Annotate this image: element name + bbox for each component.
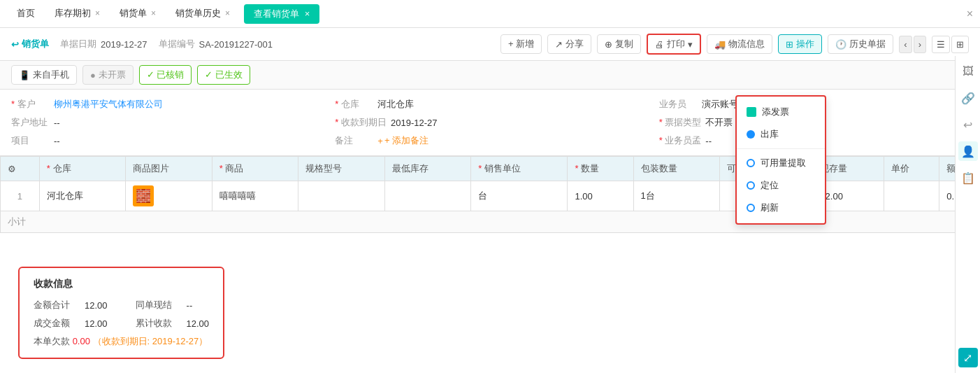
- outbound-label: 出库: [761, 128, 779, 141]
- print-btn[interactable]: 🖨 打印 ▾: [647, 34, 701, 55]
- sidebar-user-icon[interactable]: 👤: [958, 141, 978, 161]
- logistics-btn-label: 物流信息: [728, 38, 765, 50]
- dropdown-outbound[interactable]: 出库: [737, 123, 825, 146]
- col-package-qty: 包装数量: [633, 157, 719, 181]
- view-sales-order-btn[interactable]: 查看销货单 ×: [244, 4, 319, 24]
- col-spec: 规格型号: [298, 157, 384, 181]
- same-order-settle-value: --: [187, 300, 193, 311]
- not-open-ticket-btn[interactable]: ● 未开票: [82, 65, 134, 85]
- tab-inventory-init[interactable]: 库存期初 ×: [45, 0, 110, 28]
- confirmed-label: 已核销: [157, 69, 184, 80]
- confirmed-badge[interactable]: ✓ 已核销: [139, 65, 192, 85]
- tab-sales-history-close[interactable]: ×: [225, 8, 230, 18]
- dropdown-add-invoice[interactable]: 添发票: [737, 101, 825, 123]
- list-view-btn[interactable]: ☰: [932, 36, 950, 53]
- number-value: SA-20191227-001: [199, 39, 273, 50]
- doc-title-text: 销货单: [22, 38, 49, 50]
- effective-check-icon: ✓: [205, 69, 215, 80]
- share-btn[interactable]: ↗ 分享: [547, 34, 591, 54]
- payment-date-label: 收款到期日: [335, 116, 387, 129]
- staff-value: 演示账号: [702, 98, 738, 111]
- add-note-btn[interactable]: + + 添加备注: [377, 134, 428, 147]
- operations-btn[interactable]: ⊞ 操作: [778, 34, 822, 54]
- project-row: 项目 --: [11, 134, 321, 147]
- payment-total-row: 金额合计 12.00: [34, 299, 108, 311]
- col-settings[interactable]: ⚙: [1, 157, 40, 181]
- tab-sales-order[interactable]: 销货单 ×: [110, 0, 166, 28]
- col-quantity: 数量: [568, 157, 633, 181]
- sidebar-image-icon[interactable]: 🖼: [958, 62, 978, 81]
- new-btn[interactable]: + 新增: [500, 34, 542, 54]
- customer-value[interactable]: 柳州粤港平安气体有限公司: [54, 98, 163, 111]
- date-label: 单据日期: [60, 38, 96, 50]
- sidebar-clipboard-icon[interactable]: 📋: [958, 168, 978, 188]
- history-btn[interactable]: 🕐 历史单据: [828, 34, 893, 54]
- dropdown-locate[interactable]: 定位: [737, 174, 825, 197]
- effective-badge[interactable]: ✓ 已生效: [197, 65, 250, 85]
- number-label: 单据编号: [159, 38, 195, 50]
- sidebar-expand-icon[interactable]: ⤢: [958, 348, 978, 367]
- staff2-value: --: [705, 136, 712, 146]
- tabs-bar: 首页 库存期初 × 销货单 × 销货单历史 × 查看销货单 × ×: [0, 0, 980, 28]
- products-table: ⚙ 仓库 商品图片 商品 规格型号 最低库存 销售单位 数量 包装数量 可用量 …: [0, 156, 980, 233]
- ticket-icon: ●: [90, 70, 96, 80]
- dropdown-available-qty[interactable]: 可用量提取: [737, 152, 825, 174]
- doc-number-meta: 单据编号 SA-20191227-001: [159, 38, 273, 50]
- logistics-btn[interactable]: 🚚 物流信息: [707, 34, 772, 54]
- row-num: 1: [1, 181, 40, 211]
- view-sales-order-close[interactable]: ×: [305, 8, 310, 19]
- next-btn[interactable]: ›: [914, 36, 926, 53]
- due-payment-row: 本单欠款 0.00 （收款到期日: 2019-12-27）: [34, 335, 209, 348]
- window-close-btn[interactable]: ×: [967, 8, 973, 20]
- same-order-settle-row: 同单现结 --: [136, 299, 210, 311]
- subtotal-row: 小计: [1, 211, 980, 233]
- col-product-img: 商品图片: [126, 157, 212, 181]
- check-icon: ✓: [147, 69, 157, 80]
- mobile-icon: 📱: [19, 70, 30, 80]
- tab-sales-history-label: 销货单历史: [175, 7, 221, 20]
- operations-btn-label: 操作: [796, 38, 814, 50]
- form-area: 客户 柳州粤港平安气体有限公司 仓库 河北仓库 业务员 演示账号 客户地址 --…: [0, 90, 980, 156]
- dropdown-refresh[interactable]: 刷新: [737, 197, 825, 219]
- add-note-text: + 添加备注: [384, 134, 428, 147]
- col-product: 商品: [212, 157, 298, 181]
- from-mobile-btn[interactable]: 📱 来自手机: [11, 65, 77, 85]
- print-dropdown-arrow: ▾: [688, 39, 693, 50]
- tab-home[interactable]: 首页: [7, 0, 45, 28]
- note-label: 备注: [335, 134, 373, 147]
- cumulative-payment-row: 累计收款 12.00: [136, 317, 210, 330]
- copy-btn[interactable]: ⊕ 复制: [597, 34, 641, 54]
- refresh-icon: [747, 204, 755, 212]
- project-value: --: [54, 136, 60, 146]
- subtotal-label: 小计: [1, 211, 980, 233]
- row-package-qty: 1台: [633, 181, 719, 211]
- logistics-icon: 🚚: [714, 39, 726, 50]
- warehouse-label: 仓库: [335, 98, 373, 111]
- table-header-row: ⚙ 仓库 商品图片 商品 规格型号 最低库存 销售单位 数量 包装数量 可用量 …: [1, 157, 980, 181]
- col-unit-price: 单价: [884, 157, 939, 181]
- address-value: --: [54, 118, 60, 128]
- dropdown-divider: [737, 148, 825, 149]
- tab-inventory-init-close[interactable]: ×: [95, 8, 100, 18]
- address-row: 客户地址 --: [11, 116, 321, 129]
- project-label: 项目: [11, 134, 50, 147]
- grid-view-btn[interactable]: ⊞: [951, 36, 969, 53]
- tab-sales-order-close[interactable]: ×: [151, 8, 156, 18]
- row-warehouse: 河北仓库: [39, 181, 125, 211]
- share-btn-label: 分享: [565, 38, 584, 50]
- tab-sales-order-label: 销货单: [120, 7, 147, 20]
- nav-arrows: ‹ ›: [899, 36, 926, 53]
- tab-home-label: 首页: [17, 7, 35, 20]
- main-content: ↩ 销货单 单据日期 2019-12-27 单据编号 SA-20191227-0…: [0, 28, 980, 373]
- doc-actions: + 新增 ↗ 分享 ⊕ 复制 🖨 打印 ▾ 🚚 物流信息: [500, 34, 969, 55]
- staff-label: 业务员: [659, 98, 698, 111]
- sidebar-return-icon[interactable]: ↩: [958, 115, 978, 134]
- sidebar-link-icon[interactable]: 🔗: [958, 88, 978, 108]
- not-open-ticket-label: 未开票: [99, 69, 126, 81]
- prev-btn[interactable]: ‹: [899, 36, 911, 53]
- effective-label: 已生效: [215, 69, 243, 80]
- tab-sales-history[interactable]: 销货单历史 ×: [166, 0, 240, 28]
- locate-icon: [747, 181, 755, 190]
- history-btn-label: 历史单据: [849, 38, 886, 50]
- date-value: 2019-12-27: [101, 39, 147, 50]
